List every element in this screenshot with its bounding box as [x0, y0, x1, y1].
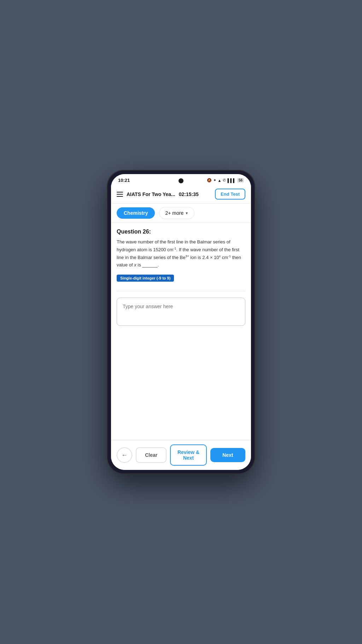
- signal-icon: ▌▌▌: [227, 178, 235, 183]
- phone-device: 10:21 🔕 ✦ ▲ ✆ ▌▌▌ 56 AIATS For Two Yea..…: [107, 170, 255, 474]
- camera-notch: [179, 178, 183, 183]
- status-time: 10:21: [118, 178, 130, 183]
- question-number: Question 26:: [117, 229, 245, 235]
- question-type-badge: Single-digit integer (-9 to 9): [117, 275, 174, 282]
- call-icon: ✆: [223, 178, 226, 183]
- chevron-down-icon: ▼: [185, 211, 188, 215]
- next-button[interactable]: Next: [210, 448, 245, 462]
- question-text: The wave number of the first line in the…: [117, 238, 245, 269]
- header-left: AIATS For Two Yea... 02:15:35: [117, 191, 199, 197]
- tab-more-label: 2+ more: [165, 210, 183, 216]
- header-title: AIATS For Two Yea...: [127, 191, 175, 197]
- phone-screen: 10:21 🔕 ✦ ▲ ✆ ▌▌▌ 56 AIATS For Two Yea..…: [111, 174, 251, 470]
- hamburger-menu-icon[interactable]: [117, 192, 123, 197]
- bottom-nav: ← Clear Review & Next Next: [111, 440, 251, 470]
- divider: [117, 291, 245, 291]
- back-button[interactable]: ←: [117, 447, 132, 463]
- tab-chemistry[interactable]: Chemistry: [117, 207, 155, 219]
- tab-more[interactable]: 2+ more ▼: [159, 207, 194, 219]
- back-arrow-icon: ←: [121, 452, 128, 459]
- answer-input[interactable]: [117, 298, 245, 326]
- tab-bar: Chemistry 2+ more ▼: [111, 203, 251, 223]
- app-header: AIATS For Two Yea... 02:15:35 End Test: [111, 185, 251, 203]
- battery-badge: 56: [237, 178, 244, 183]
- end-test-button[interactable]: End Test: [215, 189, 245, 200]
- wifi-icon: ▲: [218, 178, 222, 183]
- content-area: Question 26: The wave number of the firs…: [111, 223, 251, 440]
- clear-button[interactable]: Clear: [136, 447, 167, 463]
- bluetooth-icon: ✦: [213, 178, 216, 183]
- header-timer: 02:15:35: [179, 191, 199, 197]
- vibrate-icon: 🔕: [207, 178, 212, 183]
- review-next-button[interactable]: Review & Next: [170, 444, 206, 466]
- status-icons: 🔕 ✦ ▲ ✆ ▌▌▌ 56: [207, 178, 244, 183]
